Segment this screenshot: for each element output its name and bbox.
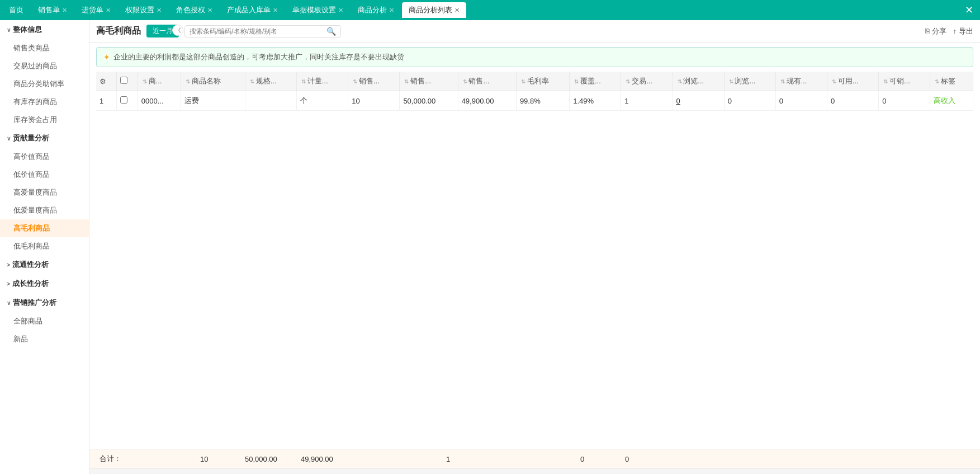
info-banner: ✦ 企业的主要的利润都是这部分商品创造的，可考虑加大推广，同时关注库存是不要出现… bbox=[96, 47, 973, 67]
sidebar-item-高爱量度商品[interactable]: 高爱量度商品 bbox=[0, 184, 89, 201]
tab-单据模板设置[interactable]: 单据模板设置 ✕ bbox=[286, 2, 350, 18]
sidebar-item-新品[interactable]: 新品 bbox=[0, 330, 89, 348]
select-all-checkbox[interactable] bbox=[120, 77, 127, 84]
tab-close-icon[interactable]: ✕ bbox=[389, 7, 394, 14]
chevron-icon: ∨ bbox=[7, 27, 11, 33]
sidebar-item-高价值商品[interactable]: 高价值商品 bbox=[0, 148, 89, 166]
cell-sales_profit: 49,900.00 bbox=[458, 91, 516, 111]
col-header-gross_margin[interactable]: ⇅ 毛利率 bbox=[516, 72, 569, 91]
app-close-button[interactable]: ✕ bbox=[960, 4, 978, 16]
cell-spec bbox=[245, 91, 296, 111]
sort-icon: ⇅ bbox=[780, 78, 787, 85]
row-checkbox[interactable] bbox=[120, 96, 127, 104]
sort-icon: ⇅ bbox=[935, 78, 941, 85]
search-icon[interactable]: 🔍 bbox=[326, 27, 336, 36]
tab-销售单[interactable]: 销售单 ✕ bbox=[31, 2, 74, 18]
sidebar-section-2[interactable]: >流通性分析 bbox=[0, 255, 89, 274]
main-layout: ∨整体信息销售类商品交易过的商品商品分类助销率有库存的商品库存资金占用∨贡献量分… bbox=[0, 20, 980, 474]
sidebar-item-低爱量度商品[interactable]: 低爱量度商品 bbox=[0, 201, 89, 219]
col-header-unit[interactable]: ⇅ 计量... bbox=[297, 72, 348, 91]
col-header-trade[interactable]: ⇅ 交易... bbox=[621, 72, 673, 91]
tab-产成品入库单[interactable]: 产成品入库单 ✕ bbox=[220, 2, 285, 18]
tab-close-icon[interactable]: ✕ bbox=[106, 7, 111, 14]
sort-icon: ⇅ bbox=[143, 78, 149, 85]
sidebar-section-1[interactable]: ∨贡献量分析 bbox=[0, 129, 89, 148]
sidebar-item-有库存的商品[interactable]: 有库存的商品 bbox=[0, 93, 89, 111]
tab-close-icon[interactable]: ✕ bbox=[62, 7, 67, 14]
sort-icon: ⇅ bbox=[521, 78, 527, 85]
col-header-index[interactable]: ⚙ bbox=[96, 72, 116, 91]
sidebar-collapse-button[interactable]: 《 bbox=[172, 25, 183, 36]
col-header-tag[interactable]: ⇅ 标签 bbox=[930, 72, 973, 91]
col-header-saleable[interactable]: ⇅ 可销... bbox=[879, 72, 930, 91]
col-header-browse2[interactable]: ⇅ 浏览... bbox=[724, 72, 775, 91]
sort-icon: ⇅ bbox=[729, 78, 735, 85]
col-header-available[interactable]: ⇅ 可用... bbox=[827, 72, 878, 91]
col-header-current_stock[interactable]: ⇅ 现有... bbox=[775, 72, 827, 91]
sidebar-section-3[interactable]: >成长性分析 bbox=[0, 274, 89, 293]
share-button[interactable]: ⎘ 分享 bbox=[925, 26, 946, 36]
export-button[interactable]: ↑ 导出 bbox=[953, 26, 974, 36]
cell-gross_margin: 99.8% bbox=[516, 91, 569, 111]
footer-sales-qty: 10 bbox=[197, 455, 242, 463]
gear-icon[interactable]: ⚙ bbox=[100, 77, 106, 86]
sidebar-item-低价值商品[interactable]: 低价值商品 bbox=[0, 166, 89, 184]
header-actions: ⎘ 分享 ↑ 导出 bbox=[925, 26, 974, 36]
tab-角色授权[interactable]: 角色授权 ✕ bbox=[169, 2, 219, 18]
col-header-coverage[interactable]: ⇅ 覆盖... bbox=[570, 72, 621, 91]
cell-browse1[interactable]: 0 bbox=[673, 91, 724, 111]
sidebar-section-label: 营销推广分析 bbox=[13, 298, 56, 308]
col-header-sales_qty[interactable]: ⇅ 销售... bbox=[348, 72, 400, 91]
sidebar-item-库存资金占用[interactable]: 库存资金占用 bbox=[0, 111, 89, 129]
sort-icon: ⇅ bbox=[574, 78, 580, 85]
tab-close-icon[interactable]: ✕ bbox=[157, 7, 162, 14]
tab-bar: 首页销售单 ✕进货单 ✕权限设置 ✕角色授权 ✕产成品入库单 ✕单据模板设置 ✕… bbox=[0, 0, 980, 20]
sidebar-item-低毛利商品[interactable]: 低毛利商品 bbox=[0, 237, 89, 255]
col-header-browse1[interactable]: ⇅ 浏览... bbox=[673, 72, 724, 91]
sort-icon: ⇅ bbox=[883, 78, 889, 85]
tab-close-icon[interactable]: ✕ bbox=[273, 7, 278, 14]
tab-进货单[interactable]: 进货单 ✕ bbox=[75, 2, 117, 18]
sidebar-item-商品分类助销率[interactable]: 商品分类助销率 bbox=[0, 75, 89, 93]
sidebar-item-高毛利商品[interactable]: 高毛利商品 bbox=[0, 219, 89, 237]
search-input[interactable] bbox=[190, 27, 323, 35]
tab-权限设置[interactable]: 权限设置 ✕ bbox=[119, 2, 168, 18]
sidebar-section-4[interactable]: ∨营销推广分析 bbox=[0, 293, 89, 312]
col-header-name[interactable]: ⇅ 商品名称 bbox=[181, 72, 245, 91]
sidebar-section-0[interactable]: ∨整体信息 bbox=[0, 20, 89, 39]
sidebar-section-label: 整体信息 bbox=[13, 25, 42, 35]
sidebar-item-销售类商品[interactable]: 销售类商品 bbox=[0, 39, 89, 57]
cell-checkbox bbox=[116, 91, 138, 111]
tab-close-icon[interactable]: ✕ bbox=[455, 7, 460, 14]
sidebar-item-全部商品[interactable]: 全部商品 bbox=[0, 312, 89, 330]
cell-sales_qty: 10 bbox=[348, 91, 400, 111]
tab-首页[interactable]: 首页 bbox=[2, 2, 30, 18]
data-table: ⚙⇅ 商...⇅ 商品名称⇅ 规格...⇅ 计量...⇅ 销售...⇅ 销售..… bbox=[96, 72, 973, 111]
tab-商品分析列表[interactable]: 商品分析列表 ✕ bbox=[402, 2, 466, 18]
sort-icon: ⇅ bbox=[186, 78, 192, 85]
cell-unit: 个 bbox=[297, 91, 348, 111]
content-header: 高毛利商品 近一月 🔍 ⎘ 分享 ↑ 导出 bbox=[89, 20, 980, 43]
tab-close-icon[interactable]: ✕ bbox=[338, 7, 343, 14]
page-title: 高毛利商品 bbox=[96, 25, 141, 37]
sidebar-item-交易过的商品[interactable]: 交易过的商品 bbox=[0, 57, 89, 75]
content-area: 《 高毛利商品 近一月 🔍 ⎘ 分享 ↑ 导出 ✦ 企 bbox=[89, 20, 980, 474]
footer-current-stock: 0 bbox=[577, 455, 622, 463]
cell-name: 运费 bbox=[181, 91, 245, 111]
col-header-sales_profit[interactable]: ⇅ 销售... bbox=[458, 72, 516, 91]
cell-available: 0 bbox=[827, 91, 878, 111]
chevron-icon: > bbox=[7, 262, 10, 268]
tab-商品分析[interactable]: 商品分析 ✕ bbox=[351, 2, 401, 18]
footer-label: 合计： bbox=[96, 454, 197, 464]
col-header-sales_amount[interactable]: ⇅ 销售... bbox=[400, 72, 458, 91]
bottom-scrollbar[interactable] bbox=[89, 468, 980, 474]
chevron-icon: > bbox=[7, 281, 10, 287]
col-header-code[interactable]: ⇅ 商... bbox=[138, 72, 181, 91]
tab-close-icon[interactable]: ✕ bbox=[207, 7, 212, 14]
col-header-checkbox[interactable] bbox=[116, 72, 138, 91]
cell-sales_amount: 50,000.00 bbox=[400, 91, 458, 111]
info-text: 企业的主要的利润都是这部分商品创造的，可考虑加大推广，同时关注库存是不要出现缺货 bbox=[113, 52, 404, 62]
col-header-spec[interactable]: ⇅ 规格... bbox=[245, 72, 296, 91]
info-icon: ✦ bbox=[103, 53, 110, 62]
footer-trade: 1 bbox=[443, 455, 487, 463]
